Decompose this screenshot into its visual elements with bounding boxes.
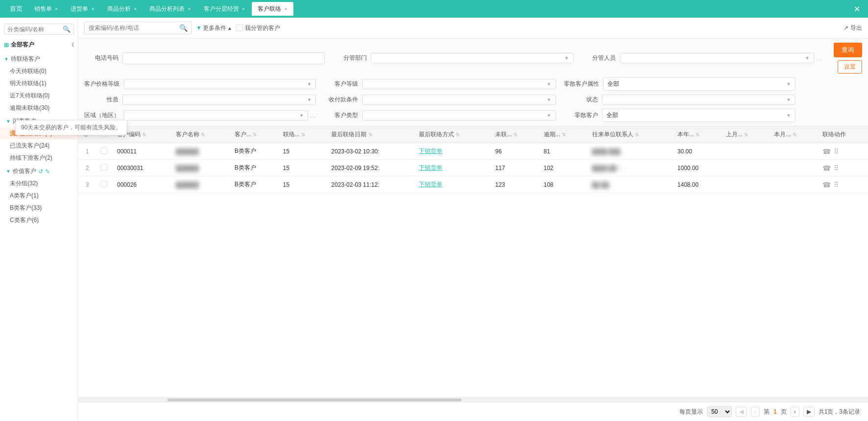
export-btn[interactable]: ↗ 导出 (844, 24, 862, 32)
row3-contact-icon[interactable]: ☎ (822, 181, 831, 189)
phone-input[interactable] (122, 52, 325, 64)
edit-icon[interactable]: ✎ (45, 168, 50, 175)
row-checkbox-2[interactable] (96, 160, 112, 176)
main-search-box[interactable]: 🔍 (84, 22, 192, 34)
sidebar-item-overdue[interactable]: 逾期未联络(30) (0, 102, 78, 114)
region-dots[interactable]: … (310, 112, 316, 119)
sidebar-search-box[interactable]: 🔍 (4, 24, 74, 35)
col-last-month[interactable]: 上月... ⇅ (721, 126, 770, 143)
col-last-contact-method[interactable]: 最后联络方式 ⇅ (414, 126, 490, 143)
per-page-select[interactable]: 50 100 200 (707, 406, 732, 417)
col-contact-count[interactable]: 联络... ⇅ (278, 126, 327, 143)
row2-checkbox-icon[interactable] (101, 164, 107, 171)
row-num-1: 1 (78, 143, 96, 160)
row2-method-link[interactable]: 下销货单 (419, 164, 442, 171)
person-dots[interactable]: … (816, 55, 822, 62)
sidebar-item-today[interactable]: 今天待联络(0) (0, 65, 78, 77)
tab-customer-contact-close[interactable]: × (284, 6, 287, 12)
first-page-btn[interactable]: ◀ (736, 407, 747, 417)
current-page-num: 1 (773, 408, 777, 415)
retail-select[interactable]: 全部 ▼ (602, 109, 796, 122)
prev-page-btn[interactable]: ‹ (751, 407, 760, 417)
sidebar-collapse-icon[interactable]: 《 (69, 42, 74, 49)
row1-last-month (721, 143, 770, 160)
table-row: 2 00030031 ██████ B类客户 15 2023-02-09 19:… (78, 160, 868, 176)
sidebar-all-customers[interactable]: ⊞ 全部客户 《 (0, 39, 78, 51)
person-select-arrow: ▼ (805, 55, 810, 61)
col-this-month[interactable]: 本月... ⇅ (769, 126, 818, 143)
sidebar-item-b-class[interactable]: B类客户(33) (0, 202, 78, 214)
payment-select[interactable]: ▼ (362, 95, 555, 105)
more-conditions-btn[interactable]: ▼ 更多条件 ▲ (196, 24, 232, 32)
settings-button[interactable]: 设置 (838, 60, 862, 74)
tab-purchase-close[interactable]: × (91, 6, 94, 12)
row2-contact-icon[interactable]: ☎ (822, 164, 831, 172)
query-button[interactable]: 查询 (834, 43, 862, 57)
tab-customer-contact[interactable]: 客户联络 × (252, 2, 293, 16)
row-checkbox-1[interactable] (96, 143, 112, 160)
tab-analysis-list-close[interactable]: × (188, 6, 191, 12)
chevron-icon: ▲ (227, 25, 232, 31)
row-checkbox-3[interactable] (96, 176, 112, 193)
row3-method[interactable]: 下销货单 (414, 176, 490, 193)
main-search-input[interactable] (89, 25, 179, 31)
customer-level-select[interactable]: ▼ (362, 79, 555, 89)
sidebar-item-7days[interactable]: 近7天待联络(0) (0, 90, 78, 102)
row1-method-link[interactable]: 下销货单 (419, 148, 442, 154)
main-search-icon[interactable]: 🔍 (179, 24, 188, 32)
scrollbar-thumb[interactable] (168, 398, 461, 401)
sidebar-search-input[interactable] (7, 26, 63, 33)
ctype-select[interactable]: ▼ (362, 110, 555, 121)
tab-customer-segment-close[interactable]: × (242, 6, 245, 12)
tab-analysis-list[interactable]: 商品分析列表 × (144, 2, 196, 16)
row1-actions: ☎ ⠿ (818, 143, 868, 160)
sort-method-icon: ⇅ (456, 132, 459, 137)
col-last-contact-date[interactable]: 最后联络日期 ⇅ (326, 126, 413, 143)
price-level-select[interactable]: ▼ (123, 79, 316, 89)
sidebar-item-declining[interactable]: 持续下滑客户(2) (0, 152, 78, 164)
row3-checkbox-icon[interactable] (101, 181, 107, 187)
close-window-icon[interactable]: ✕ (850, 4, 864, 14)
tab-analysis-close[interactable]: × (134, 6, 137, 12)
row1-checkbox-icon[interactable] (101, 148, 107, 154)
tab-sales-close[interactable]: × (55, 6, 58, 12)
region-select[interactable]: ▼ (123, 110, 308, 121)
nature-select[interactable]: ▼ (122, 95, 316, 105)
last-page-btn[interactable]: ▶ (803, 407, 815, 417)
col-customer-type[interactable]: 客户... ⇅ (230, 126, 278, 143)
main-layout: 🔍 ⊞ 全部客户 《 ▼ 待联络客户 今天待联络(0) 明天待联络(1) 近7天… (0, 18, 868, 421)
dept-select[interactable]: ▼ (371, 53, 573, 63)
refresh-icon[interactable]: ↺ (38, 168, 43, 175)
sidebar-value-title[interactable]: ▼ 价值客户 ↺ ✎ (0, 165, 78, 177)
sidebar-item-ungrouped[interactable]: 未分组(32) (0, 177, 78, 190)
col-name[interactable]: 客户名称 ⇅ (171, 126, 230, 143)
sidebar-item-churned[interactable]: 已流失客户(24) (0, 140, 78, 152)
tab-sales[interactable]: 销售单 × (28, 2, 64, 16)
my-customers-checkbox[interactable]: 我分管的客户 (236, 24, 280, 32)
col-unit-contact[interactable]: 往来单位联系人 ⇅ (587, 126, 673, 143)
status-select[interactable]: ▼ (602, 95, 796, 105)
sidebar-pending-title[interactable]: ▼ 待联络客户 (0, 53, 78, 65)
tab-customer-segment[interactable]: 客户分层经营 × (198, 2, 251, 16)
col-not-contacted[interactable]: 未联... ⇅ (490, 126, 539, 143)
row1-more-icon[interactable]: ⠿ (834, 148, 839, 155)
tab-analysis[interactable]: 商品分析 × (101, 2, 143, 16)
col-overdue[interactable]: 逾期... ⇅ (539, 126, 587, 143)
tab-purchase[interactable]: 进货单 × (65, 2, 100, 16)
sidebar-item-tomorrow[interactable]: 明天待联络(1) (0, 77, 78, 90)
row1-method[interactable]: 下销货单 (414, 143, 490, 160)
sidebar-item-a-class[interactable]: A类客户(1) (0, 190, 78, 202)
person-select[interactable]: ▼ (620, 53, 814, 63)
next-page-btn[interactable]: › (791, 407, 799, 417)
col-this-year[interactable]: 本年... ⇅ (673, 126, 721, 143)
filter-field-nature: 性质 ▼ (84, 95, 316, 105)
row3-more-icon[interactable]: ⠿ (834, 181, 839, 189)
row3-method-link[interactable]: 下销货单 (419, 181, 442, 188)
row1-contact-icon[interactable]: ☎ (822, 148, 831, 155)
retail-attr-select[interactable]: 全部 ▼ (603, 77, 796, 91)
horizontal-scrollbar[interactable] (78, 397, 868, 402)
row2-more-icon[interactable]: ⠿ (834, 164, 839, 172)
tab-home[interactable]: 首页 (4, 4, 28, 13)
sidebar-item-c-class[interactable]: C类客户(6) (0, 214, 78, 226)
row2-method[interactable]: 下销货单 (414, 160, 490, 176)
